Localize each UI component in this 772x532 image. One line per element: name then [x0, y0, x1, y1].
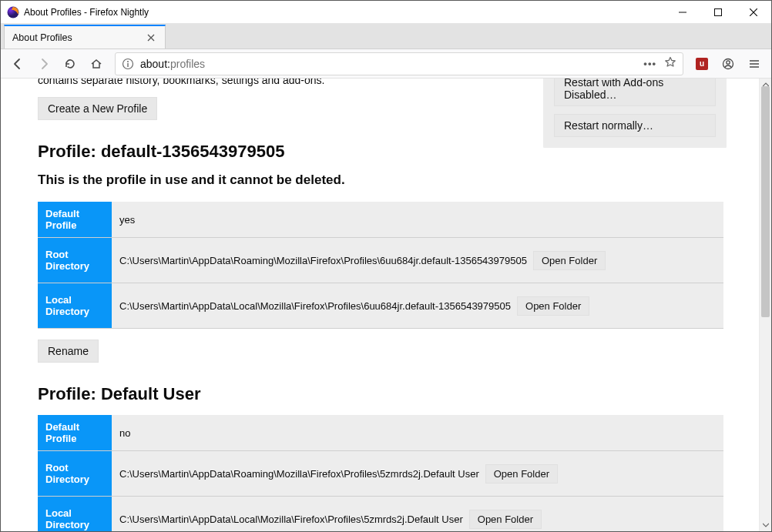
app-menu-icon[interactable] — [742, 52, 767, 75]
svg-point-6 — [727, 60, 730, 63]
svg-rect-4 — [127, 63, 128, 67]
url-bar[interactable]: about:profiles ••• — [115, 52, 683, 75]
profile-in-use-note: This is the profile in use and it cannot… — [38, 172, 747, 188]
tab-about-profiles[interactable]: About Profiles — [4, 25, 166, 49]
svg-point-3 — [127, 61, 129, 62]
back-button[interactable] — [5, 52, 30, 75]
tab-strip: About Profiles — [1, 24, 771, 49]
tab-title: About Profiles — [12, 32, 72, 43]
window-title: About Profiles - Firefox Nightly — [24, 7, 149, 18]
minimize-button[interactable] — [665, 1, 700, 23]
svg-rect-1 — [715, 8, 722, 15]
label-default-profile: Default Profile — [38, 202, 112, 238]
restart-sidebar: Restart with Add-ons Disabled… Restart n… — [543, 79, 727, 148]
value-local-directory: C:\Users\Martin\AppData\Local\Mozilla\Fi… — [119, 514, 463, 525]
value-default-profile: yes — [112, 202, 723, 238]
window: About Profiles - Firefox Nightly About P… — [0, 0, 772, 532]
label-default-profile: Default Profile — [38, 415, 112, 451]
label-root-directory: Root Directory — [38, 451, 112, 497]
open-folder-button[interactable]: Open Folder — [533, 251, 606, 270]
navigation-toolbar: about:profiles ••• u — [1, 49, 771, 79]
page: Restart with Add-ons Disabled… Restart n… — [1, 79, 747, 531]
open-folder-button[interactable]: Open Folder — [469, 510, 542, 529]
forward-button[interactable] — [32, 52, 56, 75]
value-root-directory: C:\Users\Martin\AppData\Roaming\Mozilla\… — [119, 468, 479, 480]
site-info-icon[interactable] — [122, 58, 134, 70]
open-folder-button[interactable]: Open Folder — [517, 296, 589, 316]
scroll-down-icon[interactable] — [760, 519, 771, 531]
reload-button[interactable] — [58, 52, 82, 75]
browser-content: Restart with Add-ons Disabled… Restart n… — [1, 79, 771, 531]
bookmark-star-icon[interactable] — [664, 56, 676, 71]
window-controls — [665, 1, 771, 23]
url-text: about:profiles — [140, 58, 205, 70]
tab-close-icon[interactable] — [145, 32, 157, 44]
value-default-profile: no — [112, 415, 723, 451]
label-root-directory: Root Directory — [38, 238, 112, 283]
value-root-directory: C:\Users\Martin\AppData\Roaming\Mozilla\… — [119, 255, 527, 266]
account-icon[interactable] — [716, 52, 740, 75]
home-button[interactable] — [84, 52, 109, 75]
close-button[interactable] — [736, 1, 771, 23]
titlebar: About Profiles - Firefox Nightly — [1, 1, 771, 24]
create-profile-button[interactable]: Create a New Profile — [38, 97, 157, 120]
rename-button[interactable]: Rename — [38, 340, 99, 363]
restart-addons-disabled-button[interactable]: Restart with Add-ons Disabled… — [554, 79, 716, 106]
firefox-nightly-icon — [7, 6, 19, 18]
value-local-directory: C:\Users\Martin\AppData\Local\Mozilla\Fi… — [119, 300, 511, 312]
scrollbar-thumb[interactable] — [761, 86, 770, 317]
vertical-scrollbar[interactable] — [759, 79, 771, 531]
restart-normally-button[interactable]: Restart normally… — [554, 114, 716, 137]
open-folder-button[interactable]: Open Folder — [485, 464, 558, 483]
profile-table: Default Profile yes Root Directory C:\Us… — [38, 202, 723, 329]
ublock-icon[interactable]: u — [690, 52, 714, 75]
page-actions-icon[interactable]: ••• — [643, 58, 656, 69]
label-local-directory: Local Directory — [38, 283, 112, 329]
maximize-button[interactable] — [700, 1, 736, 23]
label-local-directory: Local Directory — [38, 497, 112, 532]
profile-heading: Profile: Default User — [38, 384, 747, 404]
profile-table: Default Profile no Root Directory C:\Use… — [38, 415, 723, 531]
